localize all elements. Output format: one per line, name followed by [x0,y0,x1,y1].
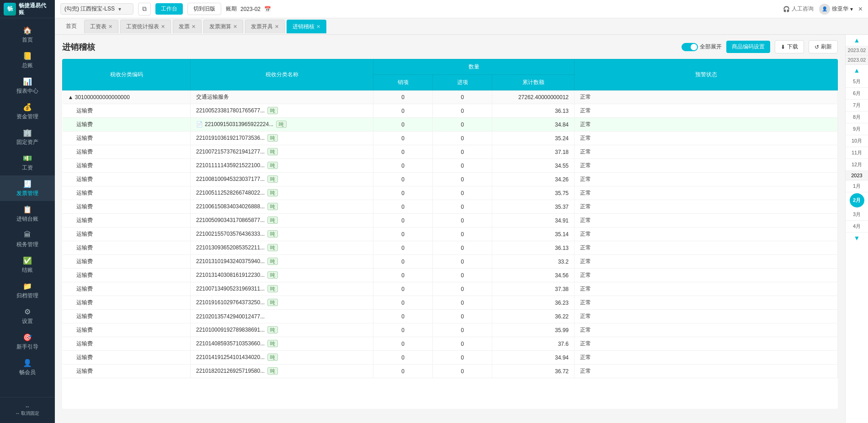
tab-invoice-close[interactable]: ✕ [192,24,196,30]
table-row[interactable]: 运输费 📄221009150313965922224...吨 0 0 34.84… [63,118,838,132]
workspace-button[interactable]: 工作台 [155,3,183,15]
calendar-month-6[interactable]: 6月 [846,88,868,100]
sidebar-item-finance[interactable]: 💰 资金管理 [0,99,55,124]
table-row[interactable]: 运输费 221013101943240375940...吨 0 0 33.2 正… [63,255,838,269]
row-purchase: 0 [433,310,492,323]
toggle-switch-icon[interactable] [682,43,698,51]
table-row[interactable]: 运输费 221020135742940012477... 0 0 36.22 正… [63,310,838,323]
table-row[interactable]: 运输费 221005112528266748022...吨 0 0 35.75 … [63,186,838,200]
table-row[interactable]: 运输费 221011111435921522100...吨 0 0 34.55 … [63,159,838,173]
tab-audit-close[interactable]: ✕ [316,24,320,30]
table-row[interactable]: 运输费 221014191254101434020...吨 0 0 34.94 … [63,351,838,365]
sidebar-item-home[interactable]: 🏠 首页 [0,22,55,48]
calendar-icon[interactable]: 📅 [264,6,271,12]
back-button[interactable]: 切到旧版 [187,3,221,15]
calendar-month-11[interactable]: 11月 [846,147,868,159]
table-row[interactable]: 运输费 221019103619217073536...吨 0 0 35.24 … [63,132,838,145]
download-btn[interactable]: ⬇ 下载 [775,40,804,53]
row-name: 运输费 [63,255,191,269]
sidebar-item-reports[interactable]: 📊 报表中心 [0,73,55,99]
row-purchase: 0 [433,186,492,200]
row-purchase: 0 [433,269,492,282]
table-row[interactable]: 运输费 221008100945323037177...吨 0 0 34.26 … [63,173,838,186]
row-code: 221019103619217073536...吨 [191,132,373,145]
tab-invoice-calc-close[interactable]: ✕ [233,24,237,30]
sidebar-item-settings[interactable]: ⚙ 设置 [0,303,55,329]
sidebar-item-inout-label: 进销台账 [16,215,38,223]
row-cumulative: 37.38 [492,282,575,296]
tax-icon: 🏛 [23,230,32,239]
row-purchase: 0 [433,337,492,351]
table-row[interactable]: 运输费 221013093652085352211...吨 0 0 36.13 … [63,241,838,255]
sidebar-item-reports-label: 报表中心 [16,87,38,95]
calendar-scroll-down[interactable]: ▼ [846,233,868,243]
tab-invoice-issue[interactable]: 发票开具 ✕ [245,20,285,33]
sidebar-item-archive[interactable]: 📁 归档管理 [0,278,55,303]
calendar-month-2-active[interactable]: 2月 [850,193,864,208]
table-row[interactable]: 运输费 221007134905231969311...吨 0 0 37.38 … [63,282,838,296]
user-menu[interactable]: 👤 徐亚华 ▾ [819,4,853,15]
company-selector[interactable]: (勾兜) 江西报宝-LSS ▾ [60,3,133,15]
row-status: 正常 [575,200,838,214]
calendar-scroll-up[interactable]: ▲ [846,35,868,46]
table-row[interactable]: 运输费 221013140308161912230...吨 0 0 34.56 … [63,269,838,282]
sidebar-item-member[interactable]: 👤 畅会员 [0,354,55,380]
product-code-settings-btn[interactable]: 商品编码设置 [726,41,770,53]
sidebar-item-invoice[interactable]: 🧾 发票管理 [0,175,55,201]
sidebar-item-ledger[interactable]: 📒 总账 [0,48,55,73]
sidebar-item-assets[interactable]: 🏢 固定资产 [0,124,55,150]
tab-invoice-issue-close[interactable]: ✕ [275,24,279,30]
calendar-month-5[interactable]: 5月 [846,76,868,88]
tab-salary-report-close[interactable]: ✕ [161,24,165,30]
calendar-scroll-up2[interactable]: ▲ [846,65,868,76]
help-button[interactable]: 🎧 人工咨询 [783,5,814,13]
table-row[interactable]: 运输费 221018202126925719580...吨 0 0 36.72 … [63,365,838,378]
calendar-month-8[interactable]: 8月 [846,111,868,123]
calendar-month-4[interactable]: 4月 [846,221,868,233]
tab-home[interactable]: 首页 [60,20,82,33]
calendar-month-1[interactable]: 1月 [846,180,868,192]
sidebar-item-checkout[interactable]: ✅ 结账 [0,252,55,278]
salary-icon: 💵 [23,153,32,163]
sidebar-item-tax[interactable]: 🏛 税务管理 [0,227,55,252]
calendar-month-9[interactable]: 9月 [846,123,868,135]
sidebar-item-salary[interactable]: 💵 工资 [0,150,55,175]
sidebar-item-inout[interactable]: 📋 进销台账 [0,201,55,227]
copy-button[interactable]: ⧉ [138,3,151,16]
calendar-month-12[interactable]: 12月 [846,159,868,171]
row-cumulative: 34.26 [492,173,575,186]
tab-invoice[interactable]: 发票 ✕ [173,20,202,33]
sidebar-logo: 畅 畅捷通易代账 [0,0,55,18]
row-name: 运输费 [63,351,191,365]
table-row[interactable]: 运输费 221005233817801765677...吨 0 0 36.13 … [63,104,838,118]
row-name: 运输费 [63,296,191,310]
row-purchase: 0 [433,145,492,159]
table-row[interactable]: 运输费 221014085935710353660...吨 0 0 37.6 正… [63,337,838,351]
refresh-btn[interactable]: ↺ 刷新 [809,40,838,53]
calendar-month-3[interactable]: 3月 [846,209,868,221]
row-code: 221020135742940012477... [191,310,373,323]
tab-invoice-calc[interactable]: 发票测算 ✕ [203,20,243,33]
tab-audit[interactable]: 进销稽核 ✕ [287,20,326,33]
row-purchase: 0 [433,227,492,241]
expand-all-toggle[interactable]: 全部展开 [682,43,722,51]
tab-salary-table-close[interactable]: ✕ [108,24,112,30]
table-row[interactable]: 运输费 221010009192789838691...吨 0 0 35.99 … [63,323,838,337]
table-row[interactable]: 运输费 221007215737621941277...吨 0 0 37.18 … [63,145,838,159]
sidebar-unpin-btn[interactable]: ↔ ↔ 取消固定 [2,401,53,419]
sidebar-item-archive-label: 归档管理 [16,292,38,300]
tab-salary-table[interactable]: 工资表 ✕ [84,20,118,33]
calendar-month-7[interactable]: 7月 [846,100,868,111]
content-area: 进销稽核 全部展开 商品编码设置 ⬇ 下载 ↺ 刷新 [55,35,868,423]
tab-salary-report[interactable]: 工资统计报表 ✕ [120,20,171,33]
sidebar-item-guide[interactable]: 🎯 新手引导 [0,329,55,354]
table-row[interactable]: 运输费 221019161029764373250...吨 0 0 36.23 … [63,296,838,310]
row-name: 运输费 [63,337,191,351]
invoice-icon: 🧾 [23,179,32,188]
close-window-btn[interactable]: × [858,5,863,13]
row-purchase: 0 [433,214,492,227]
table-row[interactable]: 运输费 221006150834034026888...吨 0 0 35.37 … [63,200,838,214]
table-row[interactable]: 运输费 221005090343170865877...吨 0 0 34.91 … [63,214,838,227]
calendar-month-10[interactable]: 10月 [846,135,868,147]
table-row[interactable]: 运输费 221002155703576436333...吨 0 0 35.14 … [63,227,838,241]
